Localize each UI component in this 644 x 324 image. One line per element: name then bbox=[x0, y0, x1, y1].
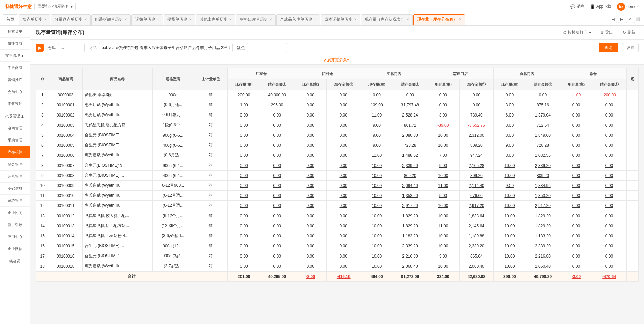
sidebar-item-4[interactable]: 营销推广 bbox=[0, 74, 30, 86]
th-name: 商品名称 bbox=[82, 68, 153, 90]
tab-expand[interactable]: ⬜ bbox=[634, 16, 641, 23]
sidebar-item-1[interactable]: 快捷导航 bbox=[0, 38, 30, 50]
filter-toggle-btn[interactable]: ▶ bbox=[36, 44, 44, 52]
sidebar-item-5[interactable]: 会员中心 bbox=[0, 86, 30, 98]
th-cf-amt: 结存金额① bbox=[260, 79, 294, 90]
username: demo2 bbox=[626, 4, 639, 9]
tab-10[interactable]: 现存量（库存状况表） ✕ bbox=[361, 14, 413, 25]
sidebar-item-17[interactable]: 应用中心 bbox=[0, 231, 30, 243]
tab-close-3[interactable]: ✕ bbox=[124, 18, 127, 21]
th-group-na: 南岸门店 bbox=[427, 68, 493, 79]
sidebar-item-0[interactable]: 搜索英单 bbox=[0, 26, 30, 38]
tab-11[interactable]: 现存量（库存分布表） ✕ bbox=[413, 14, 465, 25]
store-selector[interactable]: 母婴行业演示陈套 ▾ bbox=[34, 3, 76, 10]
th-yb-amt: 结存金额① bbox=[526, 79, 560, 90]
tab-close-9[interactable]: ✕ bbox=[354, 18, 357, 21]
warehouse-label: 仓库 bbox=[48, 45, 56, 51]
tab-5[interactable]: 要货单历史 ✕ bbox=[164, 14, 195, 25]
tab-3[interactable]: 组装拆卸单历史 ✕ bbox=[91, 14, 131, 25]
sidebar-item-6[interactable]: 零售统计 bbox=[0, 98, 30, 110]
filter-color: 颜色 bbox=[237, 43, 287, 52]
message-icon: 💬 bbox=[570, 4, 575, 9]
avatar: Ea bbox=[617, 3, 625, 11]
expand-btn[interactable]: ∨ 展开更多条件 bbox=[323, 57, 351, 63]
tab-9[interactable]: 成本调整单历史 ✕ bbox=[321, 14, 360, 25]
sidebar-item-11[interactable]: 资金管理 bbox=[0, 158, 30, 171]
download-icon: 📱 bbox=[590, 4, 595, 9]
sidebar-item-19[interactable]: 畅会员 bbox=[0, 255, 30, 267]
tab-scroll-right[interactable]: ▶ bbox=[618, 16, 625, 23]
query-btn[interactable]: 查询 bbox=[599, 43, 618, 52]
sidebar-item-7[interactable]: 批发管理 ▲ bbox=[0, 110, 30, 122]
tab-scroll-left[interactable]: ◀ bbox=[610, 16, 617, 23]
sidebar-item-14[interactable]: 系统管理 bbox=[0, 195, 30, 207]
sidebar-item-2[interactable]: 零售管理 ▲ bbox=[0, 50, 30, 62]
goods-input[interactable] bbox=[99, 43, 233, 52]
export-icon: ⬇ bbox=[600, 30, 604, 35]
tab-close-8[interactable]: ✕ bbox=[314, 18, 316, 21]
th-group-mc: 陌村仓 bbox=[294, 68, 361, 79]
tab-4[interactable]: 调拨单历史 ✕ bbox=[131, 14, 163, 25]
sidebar-item-12[interactable]: 经营管理 bbox=[0, 171, 30, 183]
tab-close-7[interactable]: ✕ bbox=[269, 18, 272, 21]
message-btn[interactable]: 💬 消息 bbox=[570, 4, 585, 9]
sidebar-item-18[interactable]: 企业微信 bbox=[0, 243, 30, 255]
tab-1[interactable]: 盘点单历史 ✕ bbox=[19, 14, 50, 25]
th-na-qty: 现存量(主) bbox=[427, 79, 459, 90]
sidebar-item-16[interactable]: 新手引导 bbox=[0, 219, 30, 231]
tab-close-5[interactable]: ✕ bbox=[189, 18, 192, 21]
table-container: ⚙ 商品编码 商品名称 规格型号 主计量单位 厂家仓 陌村仓 江北门店 南岸门店… bbox=[30, 65, 644, 324]
th-cf-qty: 现存量(主) bbox=[228, 79, 260, 90]
tab-7[interactable]: 材料出库单历史 ✕ bbox=[236, 14, 276, 25]
tab-8[interactable]: 产成品入库单历史 ✕ bbox=[276, 14, 320, 25]
goods-label: 商品 bbox=[89, 45, 97, 51]
table-row: 15 00100014 飞鹤星飞帆 儿童奶粉 4... (3-6岁适用... 箱… bbox=[36, 231, 639, 241]
filter-bar: ▶ 仓库 商品 颜色 查询 设置 bbox=[30, 40, 644, 56]
chevron-icon: ▲ bbox=[21, 54, 24, 58]
refresh-icon: ↻ bbox=[623, 30, 626, 35]
expand-bar: ∨ 展开更多条件 bbox=[30, 56, 644, 65]
table-row: 4 00100003 飞鹤星飞帆 婴儿配方奶... 1段(0-6个... 箱0.… bbox=[36, 120, 639, 130]
topbar-right: 💬 消息 📱 App下载 Ea demo2 bbox=[570, 3, 639, 11]
settings-btn[interactable]: 设置 bbox=[622, 43, 639, 52]
page-header: 现存量查询(库存分布) 🖨 按模版打印 ▾ ⬇ 导出 ↻ 刷新 bbox=[30, 26, 644, 40]
tab-0[interactable]: 首页 bbox=[3, 14, 18, 25]
color-input[interactable] bbox=[247, 43, 287, 52]
tab-close-2[interactable]: ✕ bbox=[84, 18, 87, 21]
table-row: 13 00100012 飞鹤星飞帆 较大婴儿配... (6-12个月... 箱0… bbox=[36, 211, 639, 221]
tab-close-4[interactable]: ✕ bbox=[157, 18, 159, 21]
sidebar-item-15[interactable]: 企业协同 bbox=[0, 207, 30, 219]
sidebar-item-9[interactable]: 采购管理 bbox=[0, 134, 30, 146]
filter-warehouse: 仓库 bbox=[48, 43, 85, 52]
tab-close-10[interactable]: ✕ bbox=[406, 18, 409, 21]
table-row: 8 00100007 合生元(BIOSTIME)浓... 900g (6-1..… bbox=[36, 160, 639, 171]
table-row: 5 00100004 合生元 (BIOSTIME) ... 900g (0-6.… bbox=[36, 130, 639, 140]
tab-close-all[interactable]: ✕ bbox=[626, 16, 633, 23]
print-btn[interactable]: 🖨 按模版打印 ▾ bbox=[559, 28, 594, 37]
tab-close-1[interactable]: ✕ bbox=[44, 18, 47, 21]
table-row: 7 00100006 惠氏启赋 (Wyeth illu... (0-6月适...… bbox=[36, 150, 639, 160]
refresh-btn[interactable]: ↻ 刷新 bbox=[619, 28, 639, 37]
tab-6[interactable]: 其他出库单历史 ✕ bbox=[196, 14, 235, 25]
inventory-table: ⚙ 商品编码 商品名称 规格型号 主计量单位 厂家仓 陌村仓 江北门店 南岸门店… bbox=[36, 68, 639, 282]
tab-close-6[interactable]: ✕ bbox=[229, 18, 232, 21]
topbar: 畅捷通好生意 母婴行业演示陈套 ▾ 💬 消息 📱 App下载 Ea demo2 bbox=[0, 0, 644, 13]
th-group-jb: 江北门店 bbox=[361, 68, 427, 79]
sidebar-item-3[interactable]: 零售商城 bbox=[0, 62, 30, 74]
th-yb-qty: 现存量(主) bbox=[493, 79, 526, 90]
color-label: 颜色 bbox=[237, 45, 245, 51]
export-btn[interactable]: ⬇ 导出 bbox=[597, 28, 616, 37]
logo-text: 畅捷通好生意 bbox=[5, 4, 32, 10]
th-gear[interactable]: ⚙ bbox=[36, 68, 49, 90]
th-group-yb: 渝北门店 bbox=[493, 68, 560, 79]
tab-close-11[interactable]: ✕ bbox=[459, 18, 461, 21]
sidebar-item-8[interactable]: 电商管理 bbox=[0, 122, 30, 134]
app-download-btn[interactable]: 📱 App下载 bbox=[590, 4, 611, 9]
sidebar-item-10[interactable]: 库存核算 bbox=[0, 146, 30, 158]
tab-2[interactable]: 分量盘点单历史 ✕ bbox=[51, 14, 91, 25]
user-btn[interactable]: Ea demo2 bbox=[617, 3, 639, 11]
th-jb-amt: 结存金额① bbox=[393, 79, 427, 90]
sidebar-item-13[interactable]: 基础信息 bbox=[0, 183, 30, 195]
table-row: 16 00100015 合生元 (BIOSTIME) ... 900g (12-… bbox=[36, 241, 639, 251]
warehouse-input[interactable] bbox=[58, 43, 85, 52]
